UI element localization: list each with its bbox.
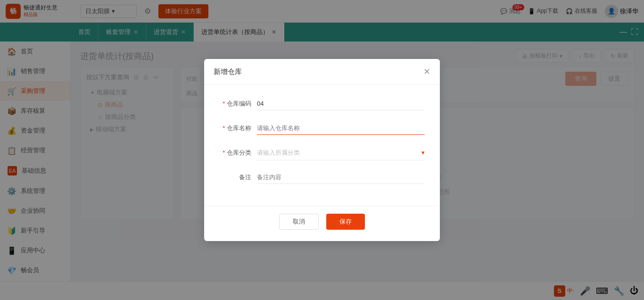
code-label: 仓库编码 — [219, 96, 257, 111]
name-input[interactable] — [257, 122, 425, 135]
form-row-category: 仓库分类 请输入所属分类 ▾ — [219, 145, 425, 160]
name-input-wrapper — [257, 122, 425, 135]
code-input-wrapper — [257, 97, 425, 110]
form-row-remark: 备注 — [219, 170, 425, 185]
modal-overlay[interactable]: 新增仓库 ✕ 仓库编码 仓库名称 仓库分类 — [0, 0, 644, 300]
code-input[interactable] — [257, 97, 425, 110]
save-btn[interactable]: 保存 — [326, 214, 365, 230]
remark-input-wrapper — [257, 171, 425, 184]
category-label: 仓库分类 — [219, 145, 257, 160]
modal-header: 新增仓库 ✕ — [204, 59, 440, 85]
form-row-code: 仓库编码 — [219, 96, 425, 111]
name-label: 仓库名称 — [219, 121, 257, 136]
modal-footer: 取消 保存 — [204, 206, 440, 241]
modal-close-btn[interactable]: ✕ — [423, 67, 430, 77]
modal-title: 新增仓库 — [214, 67, 242, 76]
category-placeholder: 请输入所属分类 — [257, 149, 300, 157]
new-warehouse-modal: 新增仓库 ✕ 仓库编码 仓库名称 仓库分类 — [204, 59, 440, 241]
remark-input[interactable] — [257, 171, 425, 184]
modal-body: 仓库编码 仓库名称 仓库分类 请输入所属分类 ▾ — [204, 85, 440, 206]
remark-label: 备注 — [219, 170, 257, 185]
category-select[interactable]: 请输入所属分类 ▾ — [257, 146, 425, 160]
cancel-btn[interactable]: 取消 — [279, 214, 319, 230]
form-row-name: 仓库名称 — [219, 121, 425, 136]
category-arrow-icon: ▾ — [421, 149, 425, 156]
